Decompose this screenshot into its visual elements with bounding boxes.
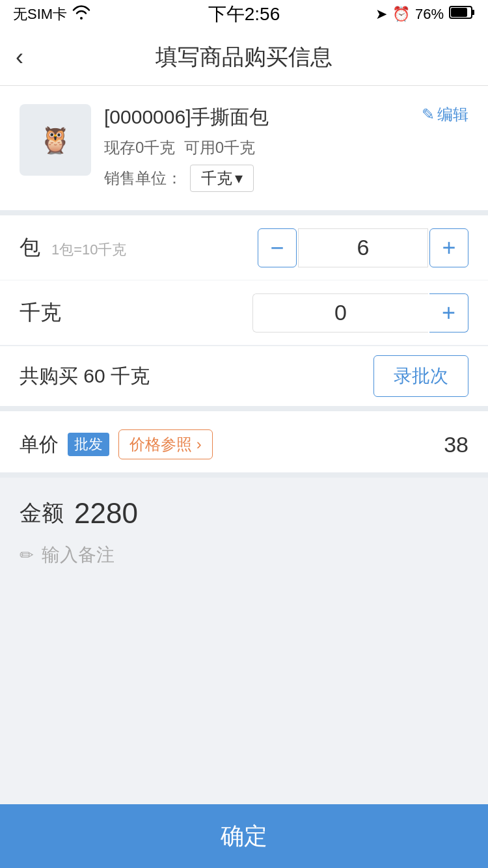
bao-row: 包 1包=10千克 − +	[0, 215, 488, 280]
price-ref-button[interactable]: 价格参照 ›	[118, 429, 213, 459]
confirm-footer[interactable]: 确定	[0, 804, 488, 868]
status-right: ➤ ⏰ 76%	[375, 5, 475, 23]
svg-rect-2	[451, 8, 467, 17]
bao-label: 包 1包=10千克	[20, 234, 258, 262]
amount-value: 2280	[74, 497, 138, 530]
summary-text: 共购买 60 千克	[20, 363, 150, 390]
bao-qty-control: − +	[258, 228, 468, 267]
remark-row[interactable]: ✏ 输入备注	[20, 543, 468, 567]
product-unit-row: 销售单位： 千克 ▾	[104, 165, 468, 192]
confirm-button[interactable]: 确定	[221, 821, 267, 852]
bao-input[interactable]	[298, 228, 428, 267]
bao-sub: 1包=10千克	[51, 241, 127, 258]
carrier-text: 无SIM卡	[13, 5, 67, 24]
kg-input[interactable]	[252, 293, 428, 332]
bao-minus-button[interactable]: −	[258, 228, 297, 267]
price-label: 单价	[20, 431, 59, 458]
unit-select[interactable]: 千克 ▾	[190, 165, 254, 192]
svg-rect-1	[472, 10, 474, 15]
bao-plus-button[interactable]: +	[429, 228, 468, 267]
amount-label: 金额	[20, 498, 64, 528]
battery-text: 76%	[415, 6, 444, 23]
nav-bar: ‹ 填写商品购买信息	[0, 29, 488, 86]
product-stock: 现存0千克 可用0千克	[104, 137, 468, 158]
kg-qty-control: +	[251, 293, 468, 332]
chevron-down-icon: ▾	[235, 169, 243, 187]
product-name: [0000006]手撕面包	[104, 104, 468, 131]
status-time: 下午2:56	[208, 2, 280, 27]
kg-label: 千克	[20, 299, 251, 327]
wifi-icon	[72, 5, 90, 23]
price-row: 单价 批发 价格参照 › 38	[20, 429, 468, 459]
status-bar: 无SIM卡 下午2:56 ➤ ⏰ 76%	[0, 0, 488, 29]
product-thumbnail: 🦉	[20, 104, 91, 176]
price-value: 38	[444, 432, 468, 457]
product-info: [0000006]手撕面包 现存0千克 可用0千克 销售单位： 千克 ▾	[104, 104, 468, 192]
location-icon: ➤	[375, 6, 387, 23]
status-left: 无SIM卡	[13, 5, 90, 24]
product-card: 🦉 [0000006]手撕面包 现存0千克 可用0千克 销售单位： 千克 ▾ ✎…	[0, 86, 488, 215]
amount-row: 金额 2280	[20, 497, 468, 530]
input-section: 包 1包=10千克 − + 千克 +	[0, 215, 488, 346]
price-tag: 批发	[68, 433, 109, 456]
product-logo: 🦉	[39, 125, 72, 156]
edit-button[interactable]: ✎ 编辑	[422, 104, 468, 125]
battery-icon	[449, 5, 475, 23]
summary-row: 共购买 60 千克 录批次	[0, 346, 488, 411]
kg-row: 千克 +	[0, 280, 488, 346]
amount-section: 金额 2280 ✏ 输入备注	[0, 478, 488, 580]
page-title: 填写商品购买信息	[156, 42, 332, 72]
kg-plus-button[interactable]: +	[429, 293, 468, 332]
price-section: 单价 批发 价格参照 › 38	[0, 411, 488, 478]
batch-button[interactable]: 录批次	[373, 355, 468, 397]
remark-placeholder: 输入备注	[42, 543, 115, 567]
edit-icon: ✎	[422, 105, 435, 124]
remark-icon: ✏	[20, 545, 34, 565]
back-button[interactable]: ‹	[16, 44, 23, 71]
alarm-icon: ⏰	[392, 6, 410, 23]
